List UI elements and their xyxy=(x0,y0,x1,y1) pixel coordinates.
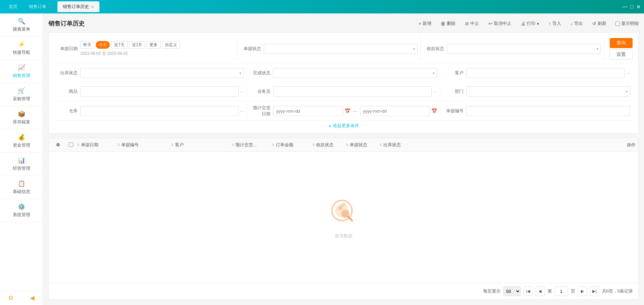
stop-button[interactable]: ⊘ 中止 xyxy=(462,19,482,28)
per-page-select[interactable]: 50 10 20 100 xyxy=(503,287,521,296)
yesterday-btn[interactable]: 昨天 xyxy=(80,41,94,49)
order-no-input[interactable] xyxy=(466,106,630,116)
next-page-btn[interactable]: ▶ xyxy=(578,287,587,296)
week7-btn[interactable]: 近7天 xyxy=(111,41,128,49)
out-status-wrapper: ▾ xyxy=(80,68,244,78)
select-all-checkbox[interactable] xyxy=(69,143,73,147)
customer-dots[interactable]: ··· xyxy=(626,70,630,76)
receipt-status-wrapper: ▾ xyxy=(447,44,601,54)
custom-btn[interactable]: 自定义 xyxy=(162,41,180,49)
collapse-label: 收起更多条件 xyxy=(333,123,359,129)
th-out[interactable]: ⇅ 出库状态 xyxy=(379,142,413,148)
close-tab-sales-order[interactable]: ✕ xyxy=(48,5,51,9)
date-control: 昨天 今天 近7天 近1月 更多 自定义 2023-06-02 至 2023-0… xyxy=(80,41,234,56)
close-window-icon[interactable]: ✕ xyxy=(636,4,641,10)
sidebar-collapse-icon[interactable]: ◀ xyxy=(30,294,35,302)
more-btn[interactable]: 更多 xyxy=(146,41,161,49)
th-amount[interactable]: ⇅ 订单金额 xyxy=(272,142,312,148)
goods-dots[interactable]: ··· xyxy=(240,89,244,94)
goods-input[interactable] xyxy=(80,86,239,97)
collapse-bar[interactable]: ∧ 收起更多条件 xyxy=(54,120,633,129)
add-button[interactable]: + 新增 xyxy=(415,19,435,28)
first-page-btn[interactable]: |◀ xyxy=(523,287,533,296)
order-status-cell: 单据状态 ▾ xyxy=(238,37,421,61)
sidebar-item-purchase[interactable]: 🛒 采购管理 xyxy=(0,83,43,106)
delete-button[interactable]: 🗑 删除 xyxy=(437,19,459,28)
delivery-date-to[interactable] xyxy=(360,106,430,116)
sidebar-item-basic-info[interactable]: 📋 基础信息 xyxy=(0,176,43,199)
today-btn[interactable]: 今天 xyxy=(96,41,110,49)
settings-icon[interactable]: ⚙ xyxy=(56,142,60,147)
maximize-icon[interactable]: □ xyxy=(630,4,634,10)
order-status-select[interactable] xyxy=(264,44,418,54)
calendar-icon-to[interactable]: 📅 xyxy=(431,108,437,114)
customer-label: 客户 xyxy=(443,70,466,76)
salesperson-cell: 业务员 ··· xyxy=(247,85,440,98)
delivery-date-label: 预计交货日期 xyxy=(250,105,273,117)
out-status-control: ▾ xyxy=(80,68,244,78)
sidebar-item-finance[interactable]: 💰 资金管理 xyxy=(0,129,43,153)
th-check[interactable] xyxy=(65,143,77,147)
window-controls: — □ ✕ xyxy=(622,4,641,10)
tab-sales-order[interactable]: 销售订单 ✕ xyxy=(24,1,57,12)
sidebar-item-inventory[interactable]: 📦 库存核算 xyxy=(0,106,43,129)
salesperson-input[interactable] xyxy=(273,86,432,97)
sidebar-item-sales[interactable]: 📈 销售管理 xyxy=(0,60,43,83)
th-no[interactable]: ⇅ 单据编号 xyxy=(117,142,171,148)
display-toggle[interactable]: 显示明细 xyxy=(615,21,639,27)
sort-icon-delivery: ⇅ xyxy=(231,143,234,147)
out-status-select[interactable] xyxy=(80,68,244,78)
th-date[interactable]: ⇅ 单据日期 xyxy=(77,142,117,148)
complete-status-wrapper: ▾ xyxy=(273,68,437,78)
salesperson-dots[interactable]: ··· xyxy=(433,89,437,94)
salesperson-control: ··· xyxy=(273,86,437,97)
refresh-button[interactable]: ↺ 刷新 xyxy=(589,19,610,28)
sidebar-settings-icon[interactable]: ⚙ xyxy=(8,294,13,302)
th-delivery[interactable]: ⇅ 预计交货... xyxy=(231,142,272,148)
last-page-btn[interactable]: ▶| xyxy=(590,287,599,296)
empty-state: 暂无数据 xyxy=(49,152,638,283)
date-group: 昨天 今天 近7天 近1月 更多 自定义 2023-06-02 至 2023-0… xyxy=(80,41,180,56)
customer-input[interactable] xyxy=(466,68,625,78)
date-buttons: 昨天 今天 近7天 近1月 更多 自定义 xyxy=(80,41,180,49)
sidebar-item-system[interactable]: ⚙️ 系统管理 xyxy=(0,199,43,222)
th-customer[interactable]: ⇅ 客户 xyxy=(171,142,231,148)
cancel-stop-button[interactable]: ↩ 取消中止 xyxy=(485,19,515,28)
warehouse-dots[interactable]: ··· xyxy=(240,108,244,114)
print-button[interactable]: 🖨 打印 ▾ xyxy=(517,19,543,28)
dept-cell: 部门 ▾ xyxy=(440,85,633,98)
delivery-date-from[interactable] xyxy=(273,106,343,116)
prev-page-btn[interactable]: ◀ xyxy=(535,287,545,296)
page-header: 销售订单历史 + 新增 🗑 删除 ⊘ 中止 ↩ 取消中止 xyxy=(48,19,639,28)
export-button[interactable]: ↓ 导出 xyxy=(567,19,586,28)
display-toggle-checkbox[interactable] xyxy=(615,22,620,26)
month1-btn[interactable]: 近1月 xyxy=(129,41,145,49)
import-icon: ↑ xyxy=(549,21,551,26)
close-tab-history[interactable]: ✕ xyxy=(91,5,94,9)
tab-home[interactable]: 首页 xyxy=(3,1,23,12)
out-status-cell: 出库状态 ▾ xyxy=(54,67,247,79)
minimize-icon[interactable]: — xyxy=(622,4,628,10)
th-receipt[interactable]: ⇅ 收款状态 xyxy=(312,142,346,148)
receipt-status-label: 收款状态 xyxy=(423,46,447,52)
receipt-status-select[interactable] xyxy=(447,44,601,54)
query-button[interactable]: 查询 xyxy=(610,38,633,48)
dept-wrapper: ▾ xyxy=(466,86,630,97)
th-status[interactable]: ⇅ 单据状态 xyxy=(346,142,379,148)
sidebar-item-operations[interactable]: 📊 经营管理 xyxy=(0,153,43,176)
search-menu-icon: 🔍 xyxy=(18,17,25,25)
th-settings[interactable]: ⚙ xyxy=(51,142,65,147)
tab-sales-order-history[interactable]: 销售订单历史 ✕ xyxy=(57,1,99,12)
warehouse-input[interactable] xyxy=(80,106,239,116)
settings-button[interactable]: 设置 xyxy=(609,49,633,60)
order-status-wrapper: ▾ xyxy=(264,44,418,54)
page-input[interactable] xyxy=(555,287,568,296)
sidebar-item-search[interactable]: 🔍 搜索菜单 xyxy=(0,13,43,37)
page-title: 销售订单历史 xyxy=(48,20,85,28)
sidebar-item-quick-nav[interactable]: ⚡ 快捷导航 xyxy=(0,37,43,60)
complete-status-select[interactable] xyxy=(273,68,437,78)
dept-select[interactable] xyxy=(466,86,630,97)
import-button[interactable]: ↑ 导入 xyxy=(545,19,564,28)
calendar-icon-from[interactable]: 📅 xyxy=(345,108,350,114)
sort-icon-status: ⇅ xyxy=(346,143,348,147)
